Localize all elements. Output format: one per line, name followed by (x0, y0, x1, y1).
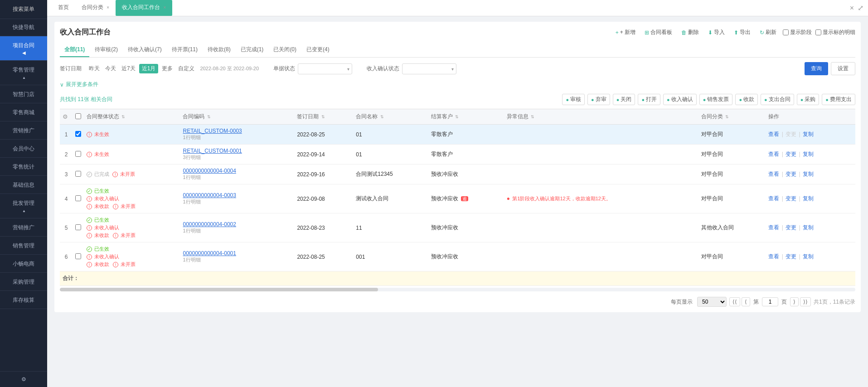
filter-tab-all[interactable]: 全部(11) (60, 43, 89, 57)
col-checkbox[interactable] (73, 109, 84, 125)
sidebar-item-marketing[interactable]: 营销推广 (0, 121, 47, 140)
tab-income-workbench[interactable]: 收入合同工作台 × (116, 0, 172, 16)
date-opt-custom[interactable]: 自定义 (176, 64, 196, 73)
expand-more-btn[interactable]: ∨ 展开更多条件 (60, 79, 855, 90)
table-settings-icon[interactable]: ⚙ (63, 113, 68, 120)
contract-link[interactable]: 0000000000004-0004 (183, 168, 291, 174)
date-opt-more[interactable]: 更多 (160, 64, 175, 73)
print-btn[interactable]: ● 打开 (638, 94, 660, 105)
filter-tab-closed[interactable]: 已关闭(0) (269, 43, 301, 57)
kanban-button[interactable]: ⊞ 合同看板 (642, 27, 675, 38)
op-copy[interactable]: 复制 (803, 224, 814, 231)
purchase-btn[interactable]: ● 采购 (797, 94, 820, 105)
contract-link[interactable]: 0000000000004-0002 (183, 221, 291, 227)
op-view[interactable]: 查看 (768, 171, 779, 177)
page-input[interactable] (762, 297, 778, 306)
review-btn[interactable]: ● 审核 (562, 94, 585, 105)
op-copy[interactable]: 复制 (803, 253, 814, 260)
sort-name-icon[interactable]: ⇅ (380, 115, 384, 119)
income-confirm-btn[interactable]: ● 收入确认 (663, 94, 697, 105)
sidebar-search[interactable]: 搜索菜单 (0, 0, 47, 19)
sort-code-icon[interactable]: ⇅ (207, 115, 211, 119)
row-checkbox[interactable] (73, 125, 84, 145)
sort-exception-icon[interactable]: ⇅ (531, 115, 534, 119)
op-change[interactable]: 变更 (786, 131, 796, 137)
sidebar-item-purchase[interactable]: 采购管理 (0, 273, 47, 291)
date-opt-yesterday[interactable]: 昨天 (87, 64, 102, 73)
sidebar-item-wholesale[interactable]: 批发管理 ▲ (0, 194, 47, 218)
delete-button[interactable]: 🗑 删除 (679, 27, 702, 38)
filter-tab-completed[interactable]: 已完成(1) (236, 43, 268, 57)
sidebar-item-inventory[interactable]: 库存核算 (0, 291, 47, 309)
page-last-btn[interactable]: ⟩⟩ (800, 297, 811, 306)
sidebar-item-marketing2[interactable]: 营销推广 (0, 218, 47, 237)
sort-category-icon[interactable]: ⇅ (725, 115, 729, 119)
sort-date-icon[interactable]: ⇅ (321, 115, 325, 119)
op-change[interactable]: 变更 (786, 253, 796, 260)
sidebar-item-retail-commerce[interactable]: 零售商城 (0, 103, 47, 121)
tab-home[interactable]: 首页 (52, 0, 75, 16)
show-stage-checkbox[interactable] (783, 29, 789, 35)
page-prev-btn[interactable]: ⟨ (742, 297, 750, 306)
abandon-btn[interactable]: ● 弃审 (587, 94, 610, 105)
op-copy[interactable]: 复制 (803, 171, 814, 177)
tab-close-contract-category[interactable]: × (107, 5, 109, 10)
date-opt-last1month[interactable]: 近1月 (139, 64, 159, 73)
query-button[interactable]: 查询 (805, 62, 828, 75)
new-button[interactable]: + + 新增 (613, 27, 638, 38)
horizontal-scrollbar[interactable] (60, 288, 855, 291)
op-change[interactable]: 变更 (786, 224, 796, 231)
op-change[interactable]: 变更 (786, 151, 796, 157)
sidebar-item-xiaochu[interactable]: 小畅电商 (0, 255, 47, 273)
show-stage-checkbox-label[interactable]: 显示阶段 (783, 29, 812, 36)
op-change[interactable]: 变更 (786, 195, 796, 202)
import-button[interactable]: ⬇ 导入 (705, 27, 727, 38)
doc-status-select[interactable] (298, 63, 352, 74)
filter-tab-pending-receipt[interactable]: 待收款(8) (203, 43, 235, 57)
filter-tab-pending-income-confirm[interactable]: 待收入确认(7) (123, 43, 166, 57)
fullscreen-icon[interactable]: ⤢ (858, 4, 863, 12)
page-size-select[interactable]: 50 10 20 100 (697, 297, 727, 307)
tab-close-income-workbench[interactable]: × (164, 5, 166, 10)
show-mark-checkbox[interactable] (815, 29, 821, 35)
row-checkbox[interactable] (73, 242, 84, 271)
settings-button[interactable]: 设置 (831, 62, 855, 75)
sidebar-settings[interactable]: ⚙ (0, 371, 47, 387)
sales-invoice-btn[interactable]: ● 销售发票 (699, 94, 733, 105)
close-btn[interactable]: ● 关闭 (613, 94, 635, 105)
op-view[interactable]: 查看 (768, 224, 779, 231)
op-view[interactable]: 查看 (768, 253, 779, 260)
op-copy[interactable]: 复制 (803, 195, 814, 202)
sidebar-item-retail-mgmt[interactable]: 零售管理 ▲ (0, 61, 47, 85)
receipt-btn[interactable]: ● 收款 (735, 94, 758, 105)
contract-link[interactable]: RETAIL_CUSTOM-0003 (183, 128, 291, 134)
page-first-btn[interactable]: ⟨⟨ (729, 297, 740, 306)
filter-tab-changed[interactable]: 已变更(4) (302, 43, 334, 57)
sidebar-item-project[interactable]: 项目合同 ◀ (0, 36, 47, 61)
filter-tab-pending-invoice[interactable]: 待开票(11) (167, 43, 202, 57)
sort-status-icon[interactable]: ⇅ (121, 115, 125, 119)
expense-pay-btn[interactable]: ● 费用支出 (822, 94, 855, 105)
sort-customer-icon[interactable]: ⇅ (455, 115, 459, 119)
expense-out-btn[interactable]: ● 支出合同 (761, 94, 794, 105)
op-change[interactable]: 变更 (786, 171, 796, 177)
page-next-btn[interactable]: ⟩ (790, 297, 799, 306)
filter-tab-pending-review[interactable]: 待审核(2) (90, 43, 122, 57)
sidebar-item-smart-store[interactable]: 智慧门店 (0, 85, 47, 103)
contract-link[interactable]: 0000000000004-0003 (183, 192, 291, 198)
export-button[interactable]: ⬆ 导出 (731, 27, 753, 38)
show-mark-checkbox-label[interactable]: 显示标的明细 (815, 29, 855, 36)
op-view[interactable]: 查看 (768, 195, 779, 202)
tab-contract-category[interactable]: 合同分类 × (75, 0, 116, 16)
op-copy[interactable]: 复制 (803, 151, 814, 157)
date-opt-last7[interactable]: 近7天 (120, 64, 137, 73)
row-checkbox[interactable] (73, 213, 84, 242)
op-view[interactable]: 查看 (768, 151, 779, 157)
contract-link[interactable]: RETAIL_CUSTOM-0001 (183, 148, 291, 154)
col-gear[interactable]: ⚙ (60, 109, 73, 125)
select-all-checkbox[interactable] (75, 113, 81, 119)
income-confirm-select[interactable] (402, 63, 456, 74)
row-checkbox[interactable] (73, 145, 84, 164)
sidebar-item-member[interactable]: 会员中心 (0, 140, 47, 158)
refresh-button[interactable]: ↻ 刷新 (757, 27, 779, 38)
